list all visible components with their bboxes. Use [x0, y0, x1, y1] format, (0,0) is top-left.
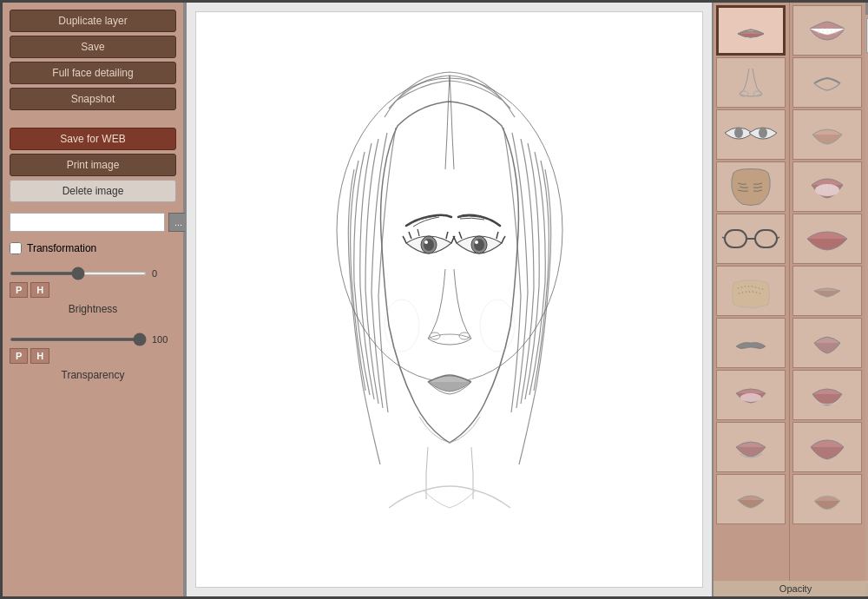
svg-point-0 — [337, 78, 562, 382]
thumb-item-lips-full3[interactable] — [792, 422, 862, 472]
thumb-item-lips-full[interactable] — [716, 5, 786, 56]
slider2-row: 100 — [10, 334, 176, 345]
text-input-row: ... — [10, 213, 176, 232]
h-button2[interactable]: H — [30, 348, 49, 364]
transparency-label: Transparency — [10, 369, 176, 381]
svg-rect-15 — [725, 230, 746, 247]
thumb-item-nose[interactable] — [716, 57, 786, 108]
thumb-item-beard[interactable] — [716, 161, 786, 212]
full-face-button[interactable]: Full face detailing — [10, 62, 176, 84]
thumb-item-lips-pout[interactable] — [792, 318, 862, 368]
slider2-value: 100 — [152, 334, 176, 345]
app-container: Duplicate layer Save Full face detailing… — [0, 0, 868, 599]
left-panel: Duplicate layer Save Full face detailing… — [3, 3, 185, 596]
thumbnails-col1 — [713, 3, 790, 596]
canvas-inner — [195, 11, 703, 588]
thumb-item-lips-neutral2[interactable] — [792, 109, 862, 160]
thumb-item-eyes[interactable] — [716, 109, 786, 160]
svg-rect-16 — [755, 230, 777, 247]
opacity-label: Opacity — [713, 581, 868, 596]
thumb-item-lips-open3[interactable] — [792, 161, 862, 212]
thumb-item-lips-wide[interactable] — [792, 214, 862, 264]
thumb-item-stubble[interactable] — [716, 266, 786, 316]
thumb-item-lips-closed2[interactable] — [792, 57, 862, 108]
save-button[interactable]: Save — [10, 36, 176, 58]
svg-point-2 — [424, 239, 434, 251]
slider2[interactable] — [10, 338, 147, 341]
right-outer: ▲ ▼ Opacity — [713, 3, 868, 596]
thumb-item-lips-open[interactable] — [716, 370, 786, 420]
duplicate-layer-button[interactable]: Duplicate layer — [10, 10, 176, 32]
transformation-label: Transformation — [27, 242, 96, 254]
thumb-item-lips-thin[interactable] — [792, 266, 862, 316]
svg-point-5 — [474, 239, 484, 251]
thumbnails-col2 — [790, 3, 865, 596]
ph-buttons2: P H — [10, 348, 176, 364]
right-panel: ▲ ▼ Opacity — [713, 3, 865, 596]
thumb-item-lips-slight3[interactable] — [792, 474, 862, 524]
transformation-checkbox[interactable] — [10, 242, 22, 254]
save-web-button[interactable]: Save for WEB — [10, 128, 176, 150]
snapshot-button[interactable]: Snapshot — [10, 88, 176, 110]
brightness-label: Brightness — [10, 303, 176, 315]
p-button1[interactable]: P — [10, 282, 28, 298]
ph-buttons1: P H — [10, 282, 176, 298]
thumb-item-teeth-smile[interactable] — [792, 5, 862, 56]
thumb-item-lips-smile3[interactable] — [792, 370, 862, 420]
text-field[interactable] — [10, 213, 165, 232]
h-button1[interactable]: H — [30, 282, 49, 298]
center-canvas — [185, 3, 713, 596]
svg-point-6 — [475, 240, 478, 244]
slider1-section: 0 P H Brightness — [10, 265, 176, 320]
svg-point-10 — [480, 300, 515, 352]
svg-point-3 — [424, 240, 428, 244]
svg-point-13 — [734, 128, 743, 138]
thumb-item-lips-smile[interactable] — [716, 422, 786, 472]
slider2-section: 100 P H Transparency — [10, 331, 176, 386]
slider1-row: 0 — [10, 268, 176, 279]
p-button2[interactable]: P — [10, 348, 28, 364]
thumb-item-lips-slight[interactable] — [716, 474, 786, 524]
thumb-item-glasses[interactable] — [716, 214, 786, 264]
spacer1 — [10, 114, 176, 124]
svg-point-9 — [385, 300, 419, 352]
transformation-row: Transformation — [10, 242, 176, 254]
slider1[interactable] — [10, 272, 147, 275]
svg-point-17 — [740, 393, 761, 402]
face-sketch — [285, 56, 615, 543]
thumb-columns — [713, 3, 865, 596]
slider1-value: 0 — [152, 268, 176, 279]
delete-image-button[interactable]: Delete image — [10, 180, 176, 202]
svg-point-14 — [759, 128, 767, 138]
thumb-item-mustache[interactable] — [716, 318, 786, 368]
print-image-button[interactable]: Print image — [10, 154, 176, 176]
